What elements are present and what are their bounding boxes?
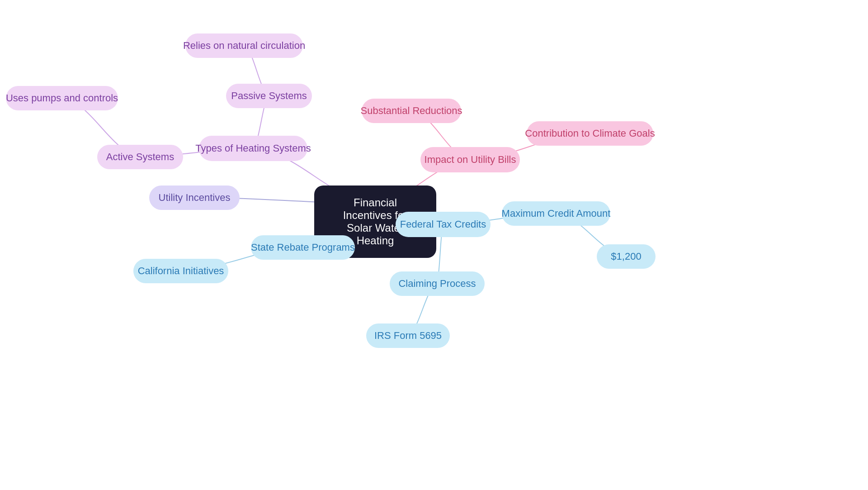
node-amount_1200[interactable]: $1,200 bbox=[597, 244, 656, 269]
node-california_initiatives[interactable]: California Initiatives bbox=[133, 259, 228, 283]
node-utility_incentives[interactable]: Utility Incentives bbox=[149, 186, 240, 210]
node-contribution_climate[interactable]: Contribution to Climate Goals bbox=[527, 121, 653, 146]
node-impact_utility[interactable]: Impact on Utility Bills bbox=[420, 147, 520, 172]
node-active_systems[interactable]: Active Systems bbox=[97, 145, 183, 169]
node-relies_on_natural[interactable]: Relies on natural circulation bbox=[185, 33, 303, 58]
mindmap-container: Financial Incentives for Solar Water Hea… bbox=[0, 0, 868, 490]
node-substantial_reductions[interactable]: Substantial Reductions bbox=[362, 99, 461, 123]
node-irs_form[interactable]: IRS Form 5695 bbox=[366, 323, 450, 348]
node-uses_pumps[interactable]: Uses pumps and controls bbox=[6, 86, 118, 110]
node-passive_systems[interactable]: Passive Systems bbox=[226, 84, 312, 108]
node-types_of_heating[interactable]: Types of Heating Systems bbox=[199, 136, 307, 161]
node-state_rebate[interactable]: State Rebate Programs bbox=[251, 235, 355, 260]
node-max_credit[interactable]: Maximum Credit Amount bbox=[502, 201, 610, 226]
node-claiming_process[interactable]: Claiming Process bbox=[390, 271, 485, 296]
node-federal_tax[interactable]: Federal Tax Credits bbox=[396, 212, 491, 237]
